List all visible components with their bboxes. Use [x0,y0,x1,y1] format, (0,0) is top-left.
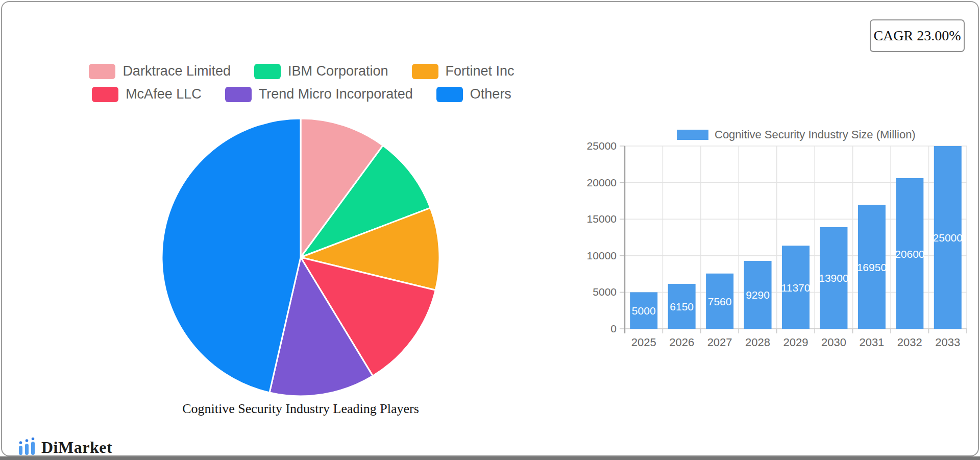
legend-swatch [89,64,115,79]
pie-chart [153,109,449,405]
x-tick-label: 2030 [821,336,846,349]
logo-bar [19,446,22,455]
legend-label: Others [470,86,511,102]
pie-legend-item: Others [436,86,511,102]
report-card: CAGR 23.00% Darktrace LimitedIBM Corpora… [1,1,979,456]
legend-label: Darktrace Limited [122,63,231,79]
x-tick-label: 2032 [897,336,922,349]
legend-swatch [412,64,438,79]
pie-legend: Darktrace LimitedIBM CorporationFortinet… [59,63,544,102]
logo-dot [32,438,35,440]
bar-chart: 0500010000150002000025000500020256150202… [574,118,980,353]
bar-chart-logo-icon [17,438,37,457]
bar-value-label: 7560 [708,296,732,307]
bar-value-label: 9290 [746,289,770,301]
pie-legend-item: Trend Micro Incorporated [225,86,413,102]
x-tick-label: 2028 [745,336,770,349]
legend-swatch [225,87,252,102]
legend-swatch [254,64,281,79]
pie-legend-item: McAfee LLC [92,86,202,102]
y-tick-label: 15000 [587,213,617,225]
cagr-badge-label: CAGR 23.00% [873,28,961,44]
brand-logo: DiMarket [17,437,112,457]
x-tick-label: 2027 [707,336,732,349]
pie-legend-item: IBM Corporation [254,63,388,79]
pie-chart-title: Cognitive Security Industry Leading Play… [148,401,454,417]
pie-legend-item: Darktrace Limited [89,63,231,79]
bar-value-label: 25000 [933,232,963,244]
bar-legend-swatch [677,130,708,140]
bar-value-label: 20600 [895,248,924,260]
x-tick-label: 2025 [631,336,656,349]
y-tick-label: 5000 [593,286,617,298]
x-tick-label: 2033 [935,336,960,349]
page-bottom-edge [0,456,980,460]
legend-label: McAfee LLC [126,86,202,102]
bar-legend-label: Cognitive Security Industry Size (Millio… [715,128,916,141]
x-tick-label: 2029 [783,336,808,349]
logo-bar [31,442,35,455]
bar-value-label: 6150 [670,301,694,312]
legend-swatch [92,87,118,102]
cagr-badge: CAGR 23.00% [870,19,965,52]
y-tick-label: 25000 [587,140,617,152]
legend-swatch [436,87,463,102]
legend-label: Fortinet Inc [446,63,514,79]
logo-dot [26,439,29,442]
x-tick-label: 2026 [669,336,694,349]
bar-value-label: 13900 [819,272,848,284]
legend-label: Trend Micro Incorporated [259,86,413,102]
pie-legend-item: Fortinet Inc [412,63,514,79]
y-tick-label: 0 [610,323,617,334]
brand-name: DiMarket [41,438,112,457]
logo-bar [25,444,29,455]
x-tick-label: 2031 [859,336,884,349]
bar-value-label: 11370 [781,282,811,294]
legend-label: IBM Corporation [288,63,388,79]
logo-dot [19,441,22,444]
bar-value-label: 5000 [632,305,656,317]
bar-value-label: 16950 [857,261,887,273]
y-tick-label: 20000 [587,177,617,188]
y-tick-label: 10000 [587,250,617,261]
